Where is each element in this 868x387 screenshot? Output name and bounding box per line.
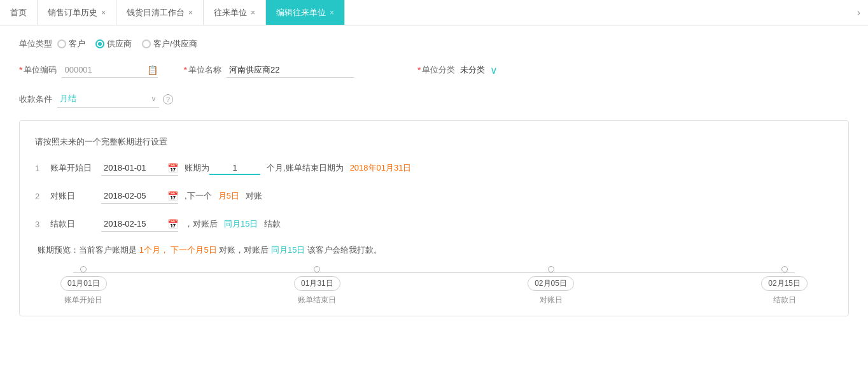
recon-date-calendar-icon[interactable]: 📅: [167, 191, 178, 201]
radio-customer-circle: [57, 39, 66, 48]
period-row-3: 3 结款日 📅 ，对账后 同月15日 结款: [35, 216, 833, 232]
period-num-3: 3: [35, 220, 50, 229]
card-title: 请按照未来的一个完整帐期进行设置: [35, 136, 833, 148]
unit-code-input[interactable]: [62, 62, 144, 77]
tab-close-cash-workbench[interactable]: ×: [188, 8, 193, 17]
unit-code-required: *: [19, 65, 22, 75]
timeline-dot-4: [781, 266, 788, 272]
payment-date-input-wrapper: 📅: [101, 216, 178, 232]
period-desc-1-prefix: 账期为: [185, 162, 209, 174]
recon-date-input[interactable]: [101, 188, 165, 203]
unit-type-radio-group: 客户 供应商 客户/供应商: [57, 38, 197, 50]
radio-both-circle: [142, 39, 151, 48]
unit-category-required: *: [417, 65, 421, 75]
start-date-calendar-icon[interactable]: 📅: [167, 163, 178, 173]
recon-date-input-wrapper: 📅: [101, 188, 178, 204]
timeline-dot-1: [80, 266, 87, 272]
timeline-label-box-3: 02月05日: [528, 276, 574, 291]
timeline-point-1: 01月01日 账单开始日: [60, 266, 107, 306]
period-desc-3-suffix: 结款: [264, 218, 281, 230]
payment-terms-value: 月结: [60, 93, 151, 104]
preview-text: 账期预览：当前客户账期是 1个月， 下一个月5日 对账，对账后 同月15日 该客…: [35, 244, 833, 256]
timeline-point-2: 01月31日 账单结束日: [294, 266, 340, 306]
timeline-label-box-2: 01月31日: [294, 276, 340, 291]
tab-cash-workbench[interactable]: 钱货日清工作台 ×: [116, 0, 204, 25]
start-date-input-wrapper: 📅: [101, 160, 178, 176]
tab-bar: 首页 销售订单历史 × 钱货日清工作台 × 往来单位 × 编辑往来单位 × ›: [0, 0, 868, 25]
preview-part1: 1个月，: [139, 245, 169, 255]
period-row-1: 1 账单开始日 📅 账期为 个月,账单结束日期为 2018年01月31日: [35, 160, 833, 176]
unit-type-item: 单位类型 客户 供应商 客户/供应商: [19, 38, 197, 50]
timeline-dot-2: [314, 266, 320, 272]
unit-code-input-wrapper: 📋: [62, 62, 158, 78]
period-desc-2-prefix: ,下一个: [185, 190, 212, 202]
radio-supplier-circle: [95, 39, 104, 48]
timeline-sub-4: 结款日: [773, 295, 796, 306]
tab-sales-history[interactable]: 销售订单历史 ×: [38, 0, 116, 25]
timeline-label-box-1: 01月01日: [60, 276, 107, 291]
timeline-sub-3: 对账日: [540, 295, 563, 306]
payment-date-input[interactable]: [101, 216, 165, 231]
period-desc-3-highlight: 同月15日: [224, 218, 258, 230]
period-desc-3-prefix: ，对账后: [185, 218, 218, 230]
unit-category-item: * 单位分类 未分类 ∨: [417, 64, 536, 76]
period-row-2: 2 对账日 📅 ,下一个 月5日 对账: [35, 188, 833, 204]
unit-code-item: * 单位编码 📋: [19, 62, 158, 78]
unit-type-row: 单位类型 客户 供应商 客户/供应商: [19, 38, 849, 50]
unit-category-dropdown-icon[interactable]: ∨: [490, 64, 498, 76]
period-desc-2-highlight: 月5日: [218, 190, 239, 202]
unit-type-label: 单位类型: [19, 38, 52, 50]
period-field-1: 账单开始日: [50, 162, 101, 174]
unit-category-select[interactable]: 未分类 ∨: [460, 64, 536, 76]
tab-more-button[interactable]: ›: [850, 7, 868, 18]
timeline-point-3: 02月05日 对账日: [528, 266, 574, 306]
tab-partner-units[interactable]: 往来单位 ×: [204, 0, 266, 25]
preview-end: 该客户会给我打款。: [307, 245, 382, 255]
unit-code-icon[interactable]: 📋: [147, 65, 158, 75]
timeline-sub-1: 账单开始日: [64, 295, 102, 306]
unit-info-row: * 单位编码 📋 * 单位名称 * 单位分类 未分类 ∨: [19, 62, 849, 78]
preview-part2: 下一个月5日: [171, 245, 216, 255]
period-end-date-highlight: 2018年01月31日: [350, 162, 412, 174]
tab-close-sales-history[interactable]: ×: [101, 8, 106, 17]
payment-terms-select[interactable]: 月结 ∨: [57, 90, 159, 108]
timeline-label-box-4: 02月15日: [761, 276, 808, 291]
main-content: 单位类型 客户 供应商 客户/供应商 * 单位编码: [0, 25, 868, 387]
tab-close-partner-units[interactable]: ×: [251, 8, 255, 17]
radio-customer-label: 客户: [69, 38, 85, 50]
preview-part3: 同月15日: [271, 245, 305, 255]
timeline-sub-2: 账单结束日: [298, 295, 336, 306]
period-months-input[interactable]: [209, 162, 260, 175]
period-desc-1-suffix: 个月,账单结束日期为: [267, 162, 344, 174]
radio-customer[interactable]: 客户: [57, 38, 85, 50]
unit-code-label: 单位编码: [24, 64, 57, 76]
payment-terms-item: 收款条件 月结 ∨ ?: [19, 90, 173, 108]
timeline-dot-3: [548, 266, 554, 272]
payment-terms-dropdown-icon[interactable]: ∨: [151, 94, 157, 103]
unit-category-value: 未分类: [460, 64, 485, 76]
radio-supplier-label: 供应商: [107, 38, 132, 50]
period-num-2: 2: [35, 192, 50, 201]
help-icon[interactable]: ?: [163, 94, 173, 104]
period-field-2: 对账日: [50, 190, 101, 202]
period-settings-card: 请按照未来的一个完整帐期进行设置 1 账单开始日 📅 账期为 个月,账单结束日期…: [19, 120, 849, 316]
preview-label: 账期预览：当前客户账期是: [38, 245, 137, 255]
radio-both-label: 客户/供应商: [153, 38, 197, 50]
radio-both[interactable]: 客户/供应商: [142, 38, 197, 50]
unit-category-label: 单位分类: [422, 64, 455, 76]
payment-date-calendar-icon[interactable]: 📅: [167, 219, 178, 229]
period-num-1: 1: [35, 164, 50, 173]
preview-mid: 对账，对账后: [219, 245, 269, 255]
unit-name-item: * 单位名称: [183, 62, 353, 78]
payment-terms-row: 收款条件 月结 ∨ ?: [19, 90, 849, 108]
radio-supplier[interactable]: 供应商: [95, 38, 132, 50]
tab-close-edit-partner[interactable]: ×: [330, 8, 334, 17]
payment-terms-label: 收款条件: [19, 94, 52, 105]
timeline-point-4: 02月15日 结款日: [761, 266, 808, 306]
period-field-3: 结款日: [50, 218, 101, 230]
unit-name-input[interactable]: [227, 62, 354, 78]
tab-edit-partner[interactable]: 编辑往来单位 ×: [266, 0, 345, 25]
unit-name-required: *: [183, 65, 186, 75]
start-date-input[interactable]: [101, 160, 165, 175]
tab-home[interactable]: 首页: [0, 0, 38, 25]
